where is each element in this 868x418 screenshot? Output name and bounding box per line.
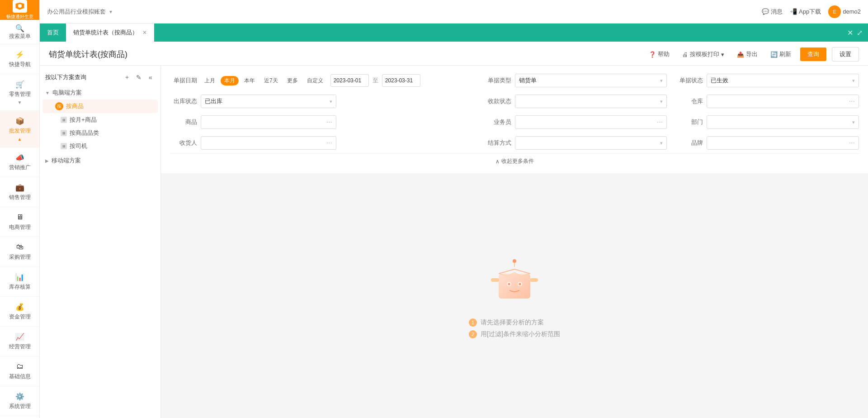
sidebar-item-purchase[interactable]: 🛍 采购管理	[0, 237, 39, 267]
sidebar-item-basic[interactable]: 🗂 基础信息	[0, 356, 39, 386]
marketing-label: 营销推广	[9, 164, 31, 171]
refresh-btn[interactable]: 🔄 刷新	[767, 48, 795, 60]
filter-out-status: 出库状态 已出库 ▾	[170, 95, 475, 108]
main-area: 办公用品行业模拟账套 ▾ 💬 消息 📲 App下载 E demo2 首页	[40, 0, 868, 418]
desktop-section-header[interactable]: ▼ 电脑端方案	[40, 86, 160, 99]
tab-home[interactable]: 首页	[40, 24, 66, 42]
refresh-label: 刷新	[779, 50, 791, 58]
tab-home-label: 首页	[47, 28, 59, 37]
topbar-right: 💬 消息 📲 App下载 E demo2	[762, 5, 861, 18]
tab-fullscreen-btn[interactable]: ⤢	[857, 28, 863, 37]
settings-btn[interactable]: 设置	[832, 47, 859, 62]
tab-report[interactable]: 销货单统计表（按商品） ✕	[66, 24, 154, 42]
tab-close-all-btn[interactable]: ✕	[847, 28, 853, 37]
operations-label: 经营管理	[9, 343, 31, 351]
receiver-input[interactable]: ···	[201, 136, 336, 150]
sidebar-item-system[interactable]: ⚙️ 系统管理	[0, 386, 39, 416]
date-from-input[interactable]: 2023-03-01	[330, 74, 369, 87]
doc-status-arrow: ▾	[852, 78, 855, 84]
help-icon: ❓	[649, 51, 656, 58]
warehouse-input[interactable]: ···	[707, 95, 859, 108]
filter-section: 单据日期 上月 本月 本年 近7天 更多 自定义	[161, 66, 868, 173]
date-range: 上月 本月 本年 近7天 更多 自定义 2023-03-01	[201, 74, 475, 87]
sidebar-item-operations[interactable]: 📈 经营管理	[0, 327, 39, 356]
template-print-btn[interactable]: 🖨 按模板打印 ▾	[679, 48, 728, 60]
collapse-panel-btn[interactable]: «	[146, 73, 155, 82]
quicknav-label: 快捷导航	[9, 61, 31, 68]
sidebar-item-retail[interactable]: 🛒 零售管理 ▼	[0, 74, 39, 111]
logo-text: 畅捷通好生意	[6, 14, 33, 20]
tab-report-label: 销货单统计表（按商品）	[73, 28, 138, 37]
date-pills: 上月 本月 本年 近7天 更多 自定义	[201, 76, 327, 86]
sidebar-item-ecommerce[interactable]: 🖥 电商管理	[0, 207, 39, 237]
sidebar-search-item[interactable]: 🔍 搜索菜单	[0, 20, 39, 44]
out-status-select[interactable]: 已出库 ▾	[201, 95, 336, 108]
date-pill-thismonth[interactable]: 本月	[221, 76, 239, 86]
date-pill-more[interactable]: 更多	[283, 76, 302, 86]
brand-input[interactable]: ···	[707, 136, 859, 150]
sidebar-item-inventory[interactable]: 📊 库存核算	[0, 267, 39, 297]
export-label: 导出	[746, 50, 758, 58]
search-icon: 🔍	[15, 24, 24, 33]
company-dropdown[interactable]: ▾	[109, 9, 112, 15]
out-status-arrow: ▾	[330, 99, 332, 104]
user-btn[interactable]: E demo2	[828, 5, 861, 18]
sidebar-item-sales[interactable]: 💼 销售管理	[0, 177, 39, 207]
svg-rect-7	[530, 278, 538, 282]
sidebar-item-finance[interactable]: 💰 资金管理	[0, 297, 39, 327]
tree-item-by-category[interactable]: ⊞ 按商品品类	[42, 127, 158, 139]
print-dropdown-icon: ▾	[721, 51, 724, 58]
tree-item-by-month-product[interactable]: ⊞ 按月+商品	[42, 114, 158, 126]
sales-label: 销售管理	[9, 194, 31, 201]
doc-status-select[interactable]: 已生效 ▾	[707, 74, 859, 87]
department-select[interactable]: ▾	[707, 115, 859, 129]
warehouse-label: 仓库	[676, 97, 703, 105]
svg-point-9	[513, 259, 516, 263]
settlement-arrow: ▾	[660, 140, 663, 146]
by-category-label: 按商品品类	[70, 129, 99, 137]
sidebar-item-quicknav[interactable]: ⚡ 快捷导航	[0, 44, 39, 74]
edit-scheme-btn[interactable]: ✎	[134, 73, 143, 82]
message-btn[interactable]: 💬 消息	[762, 8, 783, 16]
date-pill-custom[interactable]: 自定义	[303, 76, 327, 86]
sidebar-item-wholesale[interactable]: 📦 批发管理 ▲	[0, 111, 39, 147]
wholesale-label: 批发管理	[9, 127, 31, 135]
collapse-bar[interactable]: ∧ 收起更多条件	[170, 153, 859, 169]
mobile-arrow: ▶	[45, 158, 49, 163]
doc-type-value: 销货单	[519, 76, 537, 85]
filter-doc-status: 单据状态 已生效 ▾	[667, 74, 859, 87]
date-pill-thisyear[interactable]: 本年	[241, 76, 259, 86]
left-panel-icons: ＋ ✎ «	[123, 73, 155, 82]
print-icon: 🖨	[682, 51, 688, 58]
tree-item-by-printer[interactable]: ⊞ 按司机	[42, 140, 158, 152]
salesperson-input[interactable]: ···	[515, 115, 667, 129]
date-pill-7days[interactable]: 近7天	[260, 76, 282, 86]
add-scheme-btn[interactable]: ＋	[123, 73, 132, 82]
doc-type-select[interactable]: 销货单 ▾	[515, 74, 667, 87]
inventory-label: 库存核算	[9, 283, 31, 291]
mobile-section-label: 移动端方案	[52, 157, 81, 165]
date-pill-lastmonth[interactable]: 上月	[201, 76, 219, 86]
app-download-btn[interactable]: 📲 App下载	[790, 8, 821, 16]
date-from-value: 2023-03-01	[334, 77, 361, 84]
product-input[interactable]: ···	[201, 115, 336, 129]
finance-icon: 💰	[15, 302, 24, 311]
doc-type-arrow: ▾	[660, 78, 663, 84]
collection-status-select[interactable]: ▾	[515, 95, 667, 108]
settlement-select[interactable]: ▾	[515, 136, 667, 150]
sidebar-item-enterprise[interactable]: 🤝 企业协同	[0, 416, 39, 418]
sidebar-item-marketing[interactable]: 📣 营销推广	[0, 147, 39, 177]
desktop-section-label: 电脑端方案	[52, 89, 82, 97]
export-btn[interactable]: 📤 导出	[733, 48, 761, 60]
filter-brand: 品牌 ···	[667, 136, 859, 150]
query-btn[interactable]: 查询	[800, 48, 826, 61]
filter-row-4: 收货人 ··· 结算方式 ▾	[170, 133, 859, 153]
printer-icon: ⊞	[61, 143, 67, 149]
tab-close-btn[interactable]: ✕	[142, 29, 147, 36]
by-month-product-label: 按月+商品	[70, 116, 97, 124]
app-icon: 📲	[790, 8, 797, 15]
date-to-input[interactable]: 2023-03-31	[382, 74, 420, 87]
tree-item-by-product[interactable]: 按 按商品	[42, 100, 158, 113]
help-btn[interactable]: ❓ 帮助	[645, 48, 673, 60]
mobile-section-header[interactable]: ▶ 移动端方案	[40, 154, 160, 167]
